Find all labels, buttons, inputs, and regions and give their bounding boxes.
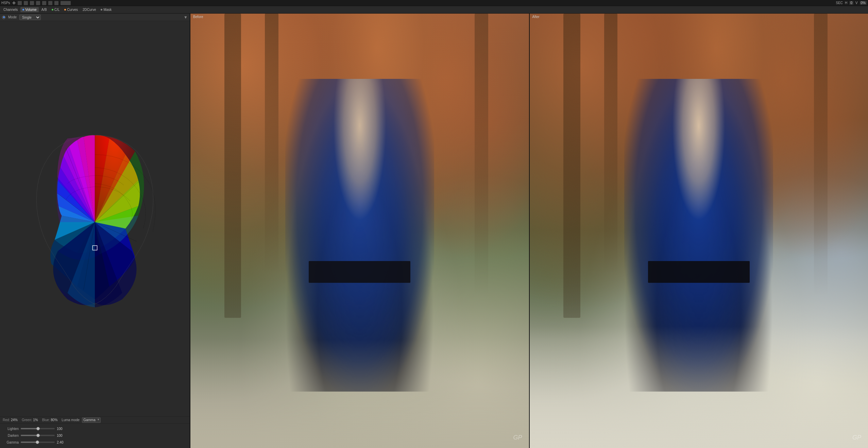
tab-volume-label: Volume — [25, 8, 36, 12]
tab-cl-label: C/L — [54, 8, 60, 12]
tab-curves-dot — [64, 9, 66, 11]
tab-curves[interactable]: Curves — [62, 7, 80, 12]
gamma-fill — [21, 442, 37, 443]
lighten-track[interactable] — [21, 428, 55, 429]
toolbar-h-value: 0 — [849, 1, 853, 5]
toolbar-h-label: H — [845, 1, 847, 5]
blue-stat: Blue: 80% — [42, 418, 58, 422]
mode-select[interactable]: Single Multiple — [19, 15, 41, 20]
tab-ab-label: A/B — [41, 8, 47, 12]
toolbar-icon-hsps: HSPs — [1, 1, 10, 5]
gamma-track[interactable] — [21, 442, 55, 443]
lighten-thumb[interactable] — [36, 427, 40, 430]
gamma-label: Gamma — [3, 441, 19, 444]
darken-fill — [21, 435, 38, 436]
tab-bar: Channels Volume A/B C/L Curves 2DCurve M… — [0, 6, 868, 14]
mode-radio-button[interactable] — [2, 16, 5, 19]
toolbar-move-icon[interactable]: ✛ — [12, 1, 16, 5]
tab-channels[interactable]: Channels — [1, 7, 20, 12]
luma-mode-wrapper[interactable]: Luma mode Gamma Linear Log ▼ — [62, 417, 101, 423]
darken-label: Darken — [3, 434, 19, 437]
mode-bar-arrow[interactable]: ▼ — [184, 15, 188, 20]
toolbar-icon1[interactable] — [18, 1, 22, 5]
tab-2dcurve-label: 2DCurve — [83, 8, 96, 12]
gamma-value: 2.40 — [57, 441, 67, 444]
tab-cl-dot — [52, 9, 53, 11]
before-label: Before — [193, 15, 203, 19]
mode-label: Mode — [8, 15, 17, 19]
toolbar-icon6[interactable] — [48, 1, 52, 5]
lighten-label: Lighten — [3, 427, 19, 431]
before-image: GP — [190, 14, 529, 448]
tab-curves-label: Curves — [67, 8, 78, 12]
before-watermark: GP — [513, 434, 522, 441]
color-wheel-area[interactable] — [0, 21, 190, 416]
bottom-stats: Red: 24% Green: 1% Blue: 80% Luma mode G… — [0, 416, 190, 423]
lighten-slider-row: Lighten 100 — [3, 426, 186, 432]
darken-value: 100 — [57, 434, 67, 437]
after-panel: After — [530, 14, 868, 448]
red-stat: Red: 24% — [3, 418, 18, 422]
mode-bar: Mode Single Multiple ▼ — [0, 14, 190, 21]
luma-mode-select[interactable]: Gamma Linear Log — [82, 417, 101, 423]
tab-channels-label: Channels — [3, 8, 18, 12]
darken-track[interactable] — [21, 435, 55, 436]
toolbar-icon5[interactable] — [42, 1, 46, 5]
toolbar-icon7[interactable] — [54, 1, 58, 5]
toolbar-v-value: 0% — [860, 1, 867, 5]
right-panels: Before — [190, 14, 868, 448]
after-image: GP — [530, 14, 868, 448]
after-watermark: GP — [852, 434, 861, 441]
sliders-panel: Lighten 100 Darken 100 Gamma — [0, 423, 190, 448]
before-panel: Before — [190, 14, 529, 448]
gamma-thumb[interactable] — [36, 441, 39, 444]
left-panel: Mode Single Multiple ▼ — [0, 14, 190, 448]
after-label: After — [532, 15, 540, 19]
darken-slider-row: Darken 100 — [3, 432, 186, 438]
tab-volume[interactable]: Volume — [20, 7, 38, 12]
luma-mode-label: Luma mode — [62, 418, 80, 422]
toolbar-sec-label: SEC — [836, 1, 843, 5]
tab-ab[interactable]: A/B — [39, 7, 49, 12]
green-stat: Green: 1% — [22, 418, 38, 422]
toolbar-icon4[interactable] — [36, 1, 40, 5]
color-wheel-svg — [6, 129, 183, 309]
tab-cl[interactable]: C/L — [50, 7, 62, 12]
lighten-fill — [21, 428, 38, 429]
main-content: Mode Single Multiple ▼ — [0, 14, 868, 448]
tab-mask-label: Mask — [103, 8, 112, 12]
toolbar-icon3[interactable] — [30, 1, 34, 5]
toolbar-icon2[interactable] — [24, 1, 28, 5]
darken-thumb[interactable] — [36, 434, 40, 437]
lighten-value: 100 — [57, 427, 67, 431]
gamma-slider-row: Gamma 2.40 — [3, 439, 186, 445]
tab-volume-dot — [22, 9, 24, 11]
tab-mask-dot — [101, 9, 102, 11]
top-toolbar: HSPs ✛ SEC H 0 V 0% — [0, 0, 868, 6]
toolbar-v-label: V — [855, 1, 858, 5]
tab-2dcurve[interactable]: 2DCurve — [81, 7, 98, 12]
mode-select-wrapper[interactable]: Single Multiple — [19, 15, 41, 20]
tab-mask[interactable]: Mask — [99, 7, 114, 12]
toolbar-icon8[interactable] — [61, 1, 71, 5]
